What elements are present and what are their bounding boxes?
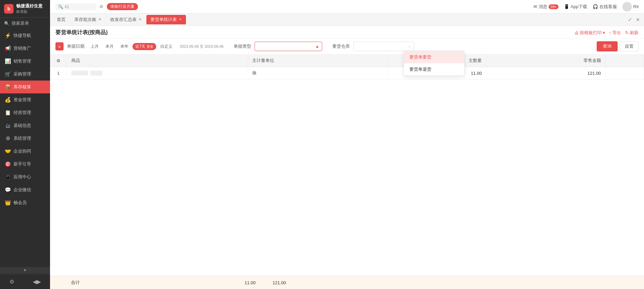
sidebar-item-label: 系统管理	[14, 135, 31, 141]
col-unit: 主计量单位	[248, 54, 387, 67]
sidebar-item-label: 畅会员	[14, 200, 27, 206]
refresh-button[interactable]: ↻ 刷新	[625, 30, 639, 36]
sidebar-item-base-info[interactable]: 🗂 基础信息	[0, 119, 50, 132]
wechat-icon: 💬	[5, 187, 11, 193]
inventory-icon: 📦	[5, 84, 11, 90]
tab-receivables-summary[interactable]: 收发存汇总表 ✕	[106, 15, 146, 24]
page-title: 要货单统计表(按商品)	[55, 29, 108, 36]
export-button[interactable]: ↑ 导出	[609, 30, 621, 36]
sidebar-item-label: 销售管理	[14, 58, 31, 64]
base-info-icon: 🗂	[5, 123, 11, 129]
row-amount: 121.00	[486, 67, 605, 80]
gear-icon[interactable]: ⚙	[99, 4, 103, 9]
filter-expand-button[interactable]: »	[55, 42, 64, 50]
operations-icon: 📋	[5, 110, 11, 116]
tab-close-icon[interactable]: ✕	[98, 17, 101, 22]
more-options-icon: ···	[408, 44, 411, 49]
sidebar-item-label: 营销推广	[14, 45, 31, 51]
date-last-month[interactable]: 上月	[88, 43, 101, 50]
tab-inventory-batch[interactable]: 库存批次账 ✕	[70, 15, 105, 24]
chevron-down-icon: ▾	[603, 30, 605, 35]
marketing-icon: 📢	[5, 45, 11, 51]
settings-icon[interactable]: ⚙	[7, 277, 17, 286]
date-range: 2023-05-06 至 2023-06-06	[180, 44, 224, 49]
sidebar-item-purchase[interactable]: 🛒 采购管理	[0, 68, 50, 81]
col-settings[interactable]: ⚙	[50, 54, 67, 67]
row-seq: 1	[50, 67, 67, 80]
notification-icon: ✉	[533, 4, 537, 9]
sidebar-item-system[interactable]: ⚙ 系统管理	[0, 132, 50, 145]
date-this-month[interactable]: 本月	[103, 43, 116, 50]
printer-icon: 🖨	[574, 30, 579, 35]
notification-button[interactable]: ✉ 消息 99+	[533, 4, 558, 10]
sidebar-item-enterprise[interactable]: 🤝 企业协同	[0, 145, 50, 158]
refresh-icon: ↻	[625, 30, 629, 35]
member-icon: 👑	[5, 200, 11, 206]
tab-close-icon[interactable]: ✕	[139, 17, 142, 22]
warehouse-filter-label: 要货仓库	[332, 43, 350, 49]
col-product: 商品	[67, 54, 248, 67]
page-title-bar: 要货单统计表(按商品) 🖨 按模板打印 ▾ ↑ 导出 ↻ 刷新	[50, 26, 644, 39]
sidebar-item-sales[interactable]: 📊 销售管理	[0, 55, 50, 68]
sidebar-item-label: 资金管理	[14, 97, 31, 103]
filter-bar: » 单据日期 上月 本月 本年 近7天 更多 自定义 2023-05-06 至 …	[50, 39, 644, 54]
app-logo: b 畅捷通好生意 标准版	[0, 0, 50, 18]
user-avatar[interactable]: Rit	[622, 2, 639, 12]
date-custom[interactable]: 自定义	[158, 43, 175, 50]
tab-close-icon[interactable]: ✕	[179, 17, 182, 22]
sidebar-item-label: 基础信息	[14, 123, 31, 129]
avatar	[622, 2, 632, 12]
tab-home[interactable]: 首页	[53, 15, 70, 24]
sidebar-item-newbie[interactable]: 🎯 新手引导	[0, 158, 50, 171]
dropdown-item-order-return[interactable]: 要货单退货	[404, 63, 464, 75]
warehouse-select[interactable]: ···	[353, 42, 414, 51]
close-icon[interactable]: ✕	[635, 16, 641, 23]
header-search-box[interactable]: 🔍 41	[55, 3, 96, 10]
page-actions: 🖨 按模板打印 ▾ ↑ 导出 ↻ 刷新	[574, 30, 639, 36]
tab-order-stats[interactable]: 要货单统计表 ✕	[146, 15, 186, 24]
data-table: ⚙ 商品 主计量单位 主数量 零售金额 1	[50, 54, 644, 80]
date-this-year[interactable]: 本年	[118, 43, 131, 50]
main-area: 🔍 41 ⚙ 体验行业方案 ✉ 消息 99+ 📱 App下载 🎧 在线客服	[50, 0, 644, 289]
sidebar-item-inventory[interactable]: 📦 库存核算	[0, 81, 50, 93]
content-area: 要货单统计表(按商品) 🖨 按模板打印 ▾ ↑ 导出 ↻ 刷新 »	[50, 26, 644, 289]
setting-button[interactable]: 设置	[620, 41, 639, 51]
sidebar-item-quick-nav[interactable]: ⚡ 快捷导航	[0, 29, 50, 42]
sidebar-item-label: 快捷导航	[14, 32, 31, 39]
table-row: 1 块 11.00 121.00	[50, 67, 644, 80]
print-template-button[interactable]: 🖨 按模板打印 ▾	[574, 30, 605, 36]
sidebar-item-label: 应用中心	[14, 174, 31, 180]
sidebar-item-member[interactable]: 👑 畅会员	[0, 196, 50, 209]
sidebar-search[interactable]: 🔍 搜索菜单	[0, 18, 50, 29]
sidebar-item-label: 新手引导	[14, 161, 31, 167]
sidebar-item-label: 企业协同	[14, 148, 31, 154]
date-last-7days[interactable]: 近7天 更多	[133, 43, 156, 50]
online-service-label: 在线客服	[599, 4, 617, 10]
sidebar-item-marketing[interactable]: 📢 营销推广	[0, 42, 50, 55]
maximize-icon[interactable]: ⤢	[626, 16, 633, 23]
table-container: ⚙ 商品 主计量单位 主数量 零售金额 1	[50, 54, 644, 276]
enterprise-icon: 🤝	[5, 148, 11, 154]
app-title: 畅捷通好生意	[16, 3, 43, 9]
row-extra	[605, 67, 644, 80]
export-icon: ↑	[609, 30, 612, 35]
sidebar-scroll-down[interactable]: ▼	[0, 267, 50, 273]
table-header-row: ⚙ 商品 主计量单位 主数量 零售金额	[50, 54, 644, 67]
app-download-button[interactable]: 📱 App下载	[564, 4, 587, 10]
chevron-up-icon: ▲	[315, 44, 319, 49]
filter-buttons: 查询 设置	[597, 41, 639, 51]
online-service-button[interactable]: 🎧 在线客服	[593, 4, 617, 10]
purchase-icon: 🛒	[5, 71, 11, 77]
promo-button[interactable]: 体验行业方案	[107, 3, 138, 10]
dropdown-item-order-goods[interactable]: 要货单要货	[404, 51, 464, 63]
sidebar-item-finance[interactable]: 💰 资金管理	[0, 93, 50, 106]
sidebar-item-operations[interactable]: 📋 经营管理	[0, 106, 50, 119]
app-center-icon: 📱	[5, 174, 11, 180]
collapse-icon[interactable]: ◀▶	[30, 277, 44, 286]
type-select[interactable]: ▲ 要货单要货 要货单退货	[255, 42, 322, 51]
sidebar-item-app-center[interactable]: 📱 应用中心	[0, 171, 50, 183]
search-icon: 🔍	[4, 21, 9, 26]
sidebar-item-wechat[interactable]: 💬 企业微信	[0, 183, 50, 196]
query-button[interactable]: 查询	[597, 41, 618, 51]
sidebar-item-label: 库存核算	[14, 84, 31, 90]
